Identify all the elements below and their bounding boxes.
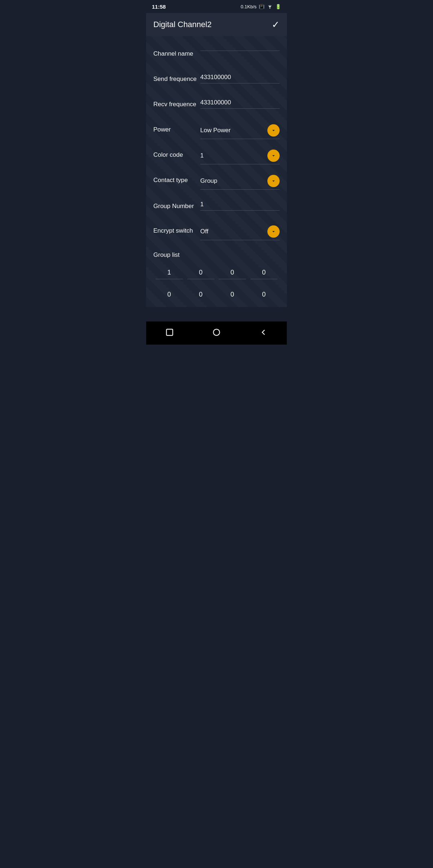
encrypt-switch-field: Off — [200, 225, 280, 240]
recv-frequence-row: Recv frequence 433100000 — [153, 92, 280, 118]
status-bar: 11:58 0.1Kb/s 📳 🔋 — [146, 0, 287, 13]
power-row: Power Low Power — [153, 118, 280, 143]
list-item[interactable]: 0 — [153, 286, 185, 301]
power-field: Low Power — [200, 124, 280, 139]
channel-name-underline — [200, 51, 280, 51]
network-speed: 0.1Kb/s — [241, 4, 257, 9]
recv-frequence-underline — [200, 108, 280, 109]
svg-rect-1 — [166, 329, 172, 335]
encrypt-switch-value: Off — [200, 225, 280, 240]
contact-type-dropdown-button[interactable] — [267, 175, 280, 187]
power-underline — [200, 139, 280, 139]
encrypt-switch-dropdown-button[interactable] — [267, 225, 280, 238]
recv-frequence-field[interactable]: 433100000 — [200, 99, 280, 109]
nav-back-button[interactable] — [259, 328, 268, 337]
group-list-section: Group list 1 0 0 0 0 0 0 — [153, 244, 280, 301]
group-number-row: Group Number 1 — [153, 194, 280, 219]
svg-point-2 — [213, 329, 219, 335]
recv-frequence-value: 433100000 — [200, 99, 280, 108]
encrypt-switch-underline — [200, 240, 280, 240]
encrypt-switch-row: Encrypt switch Off — [153, 219, 280, 244]
list-item[interactable]: 1 — [153, 264, 185, 279]
color-code-row: Color code 1 — [153, 143, 280, 168]
contact-type-underline — [200, 189, 280, 190]
contact-type-field: Group — [200, 175, 280, 190]
list-item[interactable]: 0 — [216, 286, 248, 301]
send-frequence-field[interactable]: 433100000 — [200, 74, 280, 83]
svg-point-0 — [270, 8, 270, 8]
group-list-row2: 0 0 0 0 — [153, 286, 280, 301]
group-number-label: Group Number — [153, 201, 200, 210]
power-dropdown-button[interactable] — [267, 124, 280, 137]
power-label: Power — [153, 124, 200, 134]
list-item[interactable]: 0 — [248, 264, 280, 279]
page-title: Digital Channel2 — [153, 20, 211, 29]
group-number-value: 1 — [200, 201, 280, 210]
app-bar: Digital Channel2 ✓ — [146, 13, 287, 36]
status-time: 11:58 — [152, 4, 166, 10]
confirm-button[interactable]: ✓ — [272, 19, 280, 30]
power-value: Low Power — [200, 124, 280, 139]
nav-bar — [146, 321, 287, 345]
group-number-underline — [200, 210, 280, 211]
vibrate-icon: 📳 — [259, 4, 264, 9]
color-code-underline — [200, 164, 280, 164]
color-code-field: 1 — [200, 150, 280, 164]
recv-frequence-label: Recv frequence — [153, 99, 200, 108]
list-item[interactable]: 0 — [216, 264, 248, 279]
color-code-label: Color code — [153, 150, 200, 159]
wifi-icon — [267, 4, 273, 10]
list-item[interactable]: 0 — [185, 264, 217, 279]
form-content: Channel name Send frequence 433100000 Re… — [146, 36, 287, 307]
list-item[interactable]: 0 — [248, 286, 280, 301]
contact-type-value: Group — [200, 175, 280, 189]
send-frequence-value: 433100000 — [200, 74, 280, 83]
contact-type-row: Contact type Group — [153, 168, 280, 194]
nav-recents-button[interactable] — [165, 328, 174, 337]
group-list-label: Group list — [153, 244, 280, 264]
channel-name-row: Channel name — [153, 42, 280, 67]
send-frequence-row: Send frequence 433100000 — [153, 67, 280, 92]
battery-icon: 🔋 — [275, 4, 281, 9]
contact-type-label: Contact type — [153, 175, 200, 184]
encrypt-switch-label: Encrypt switch — [153, 225, 200, 235]
status-right: 0.1Kb/s 📳 🔋 — [241, 4, 281, 10]
send-frequence-underline — [200, 83, 280, 83]
list-item[interactable]: 0 — [185, 286, 217, 301]
color-code-value: 1 — [200, 150, 280, 164]
group-number-field[interactable]: 1 — [200, 201, 280, 211]
nav-home-button[interactable] — [212, 328, 221, 337]
channel-name-label: Channel name — [153, 48, 200, 58]
group-list-row1: 1 0 0 0 — [153, 264, 280, 279]
channel-name-field[interactable] — [200, 48, 280, 51]
send-frequence-label: Send frequence — [153, 74, 200, 83]
color-code-dropdown-button[interactable] — [267, 150, 280, 162]
